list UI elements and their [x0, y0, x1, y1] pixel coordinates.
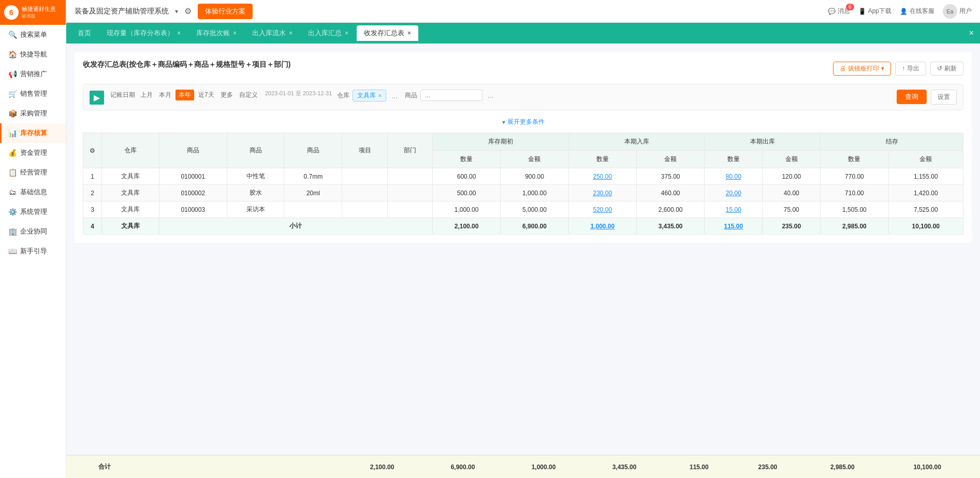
print-button[interactable]: 🖨 拔镜板打印 [833, 62, 891, 76]
sidebar-item-sales[interactable]: 🛒 销售管理 [0, 84, 66, 104]
cell-project [342, 168, 387, 185]
cell-warehouse: 文具库 [102, 201, 159, 218]
sidebar-item-purchase[interactable]: 📦 采购管理 [0, 104, 66, 123]
date-opt-last-month[interactable]: 上月 [138, 90, 155, 100]
export-icon: ↑ [902, 65, 905, 72]
footer-bar: 合计 2,100.00 6,900.00 1,000.00 3,435.00 1… [66, 455, 980, 478]
th-product-code: 商品 [159, 133, 227, 168]
cell-out-qty[interactable]: 20.00 [705, 185, 763, 201]
tab-inventory-dist[interactable]: 现存量（库存分布表） × [99, 25, 188, 41]
warehouse-filter-group: 仓库 文具库 × ... [337, 90, 400, 102]
tab-inout-flow[interactable]: 出入库流水 × [245, 25, 300, 41]
th-closing-amount: 金额 [888, 151, 963, 168]
newbie-icon: 📖 [8, 247, 17, 255]
footer-in-amount: 3,435.00 [584, 460, 665, 474]
filter-settings-button[interactable]: 设置 [931, 90, 957, 105]
product-more[interactable]: ... [486, 91, 496, 99]
warehouse-tag-close[interactable]: × [378, 92, 382, 99]
date-opt-7days[interactable]: 近7天 [196, 90, 216, 100]
sidebar-item-quick-nav[interactable]: 🏠 快捷导航 [0, 45, 66, 64]
cell-in-amount: 375.00 [637, 168, 705, 185]
sidebar-item-operations[interactable]: 📋 经营管理 [0, 163, 66, 182]
tab-bar: 首页 现存量（库存分布表） × 库存批次账 × 出入库流水 × 出入库汇总 × … [66, 23, 980, 44]
export-button[interactable]: ↑ 导出 [895, 62, 926, 76]
cell-out-amount: 75.00 [763, 201, 821, 218]
th-in-amount: 金额 [637, 151, 705, 168]
cell-out-amount: 120.00 [763, 168, 821, 185]
cell-sub-in-qty[interactable]: 1,000.00 [568, 218, 636, 235]
system-title: 装备及固定资产辅助管理系统 [75, 7, 169, 16]
warehouse-more[interactable]: ... [389, 92, 400, 100]
cell-sub-closing-amount: 10,100.00 [888, 218, 963, 235]
user-action[interactable]: Ea 用户 [943, 4, 972, 19]
enterprise-icon: 🏢 [8, 227, 17, 236]
tab-batch[interactable]: 库存批次账 × [189, 25, 244, 41]
logo-icon: 6 [4, 5, 19, 20]
tab-inout-summary[interactable]: 出入库汇总 × [301, 25, 356, 41]
app-download-action[interactable]: 📱 App下载 [858, 7, 891, 16]
tab-close-inout-flow[interactable]: × [289, 30, 292, 37]
sidebar-item-finance[interactable]: 💰 资金管理 [0, 143, 66, 163]
date-opt-this-month[interactable]: 本月 [157, 90, 173, 100]
main-area: 装备及固定资产辅助管理系统 ▾ ⚙ 体验行业方案 💬 消息 6 📱 App下载 … [66, 0, 980, 478]
cell-department [387, 168, 432, 185]
date-opt-more[interactable]: 更多 [218, 90, 235, 100]
tab-close-batch[interactable]: × [233, 30, 237, 37]
footer-opening-qty: 2,100.00 [342, 460, 422, 474]
expand-more-button[interactable]: ▾ 展开更多条件 [502, 118, 545, 126]
filter-toggle-button[interactable]: ▶ [90, 91, 104, 105]
tab-home[interactable]: 首页 [70, 25, 98, 41]
cell-out-qty[interactable]: 15.00 [705, 201, 763, 218]
footer-out-amount: 235.00 [734, 460, 802, 474]
chevron-down-icon [881, 65, 884, 72]
tab-bar-close-btn[interactable]: × [967, 26, 976, 40]
operations-icon: 📋 [8, 168, 17, 177]
tab-close-inout-summary[interactable]: × [345, 30, 348, 37]
online-support-action[interactable]: 👤 在线客服 [900, 7, 934, 16]
cell-in-qty[interactable]: 250.00 [568, 168, 636, 185]
date-opt-custom[interactable]: 自定义 [237, 90, 260, 100]
cell-product-spec [284, 201, 342, 218]
try-button[interactable]: 体验行业方案 [198, 4, 253, 19]
sidebar-item-basic-info[interactable]: 🗂 基础信息 [0, 182, 66, 202]
settings-icon[interactable]: ⚙ [184, 6, 192, 16]
sidebar-item-enterprise[interactable]: 🏢 企业协同 [0, 222, 66, 241]
print-icon: 🖨 [840, 65, 846, 72]
tab-close-inventory-dist[interactable]: × [177, 30, 181, 37]
footer-opening-amount: 6,900.00 [422, 460, 503, 474]
cell-out-qty[interactable]: 80.00 [705, 168, 763, 185]
sidebar-item-inventory[interactable]: 📊 库存核算 [0, 123, 66, 143]
logo-text: 畅捷通好生意 [22, 5, 56, 12]
sidebar-logo[interactable]: 6 畅捷通好生意 标准版 [0, 0, 66, 25]
sidebar-item-search[interactable]: 🔍 搜索菜单 [0, 25, 66, 45]
inventory-icon: 📊 [8, 129, 17, 137]
tab-recv-send[interactable]: 收发存汇总表 × [357, 25, 418, 41]
date-range-display: 2023-01-01 至 2023-12-31 [265, 90, 332, 97]
sidebar-item-marketing[interactable]: 📢 营销推广 [0, 64, 66, 84]
th-closing-qty: 数量 [821, 151, 888, 168]
date-opt-this-year[interactable]: 本年 [175, 90, 194, 100]
sidebar-item-system[interactable]: ⚙️ 系统管理 [0, 202, 66, 222]
footer-table: 合计 2,100.00 6,900.00 1,000.00 3,435.00 1… [75, 460, 972, 474]
cell-product-code: 0100001 [159, 168, 227, 185]
message-action[interactable]: 💬 消息 6 [828, 7, 850, 16]
cell-sub-warehouse: 文具库 [102, 218, 159, 235]
th-product-name: 商品 [227, 133, 284, 168]
cell-seq: 1 [83, 168, 102, 185]
refresh-button[interactable]: ↺ 刷新 [930, 62, 963, 76]
th-settings: ⚙ [83, 133, 102, 168]
system-dropdown[interactable]: ▾ [175, 8, 178, 15]
sidebar-item-newbie[interactable]: 📖 新手引导 [0, 241, 66, 261]
tab-close-recv-send[interactable]: × [407, 30, 411, 37]
product-input[interactable] [420, 90, 482, 101]
cell-in-qty[interactable]: 230.00 [568, 185, 636, 201]
home-icon: 🏠 [8, 50, 17, 59]
basic-info-icon: 🗂 [8, 188, 17, 196]
content-area: 收发存汇总表(按仓库＋商品编码＋商品＋规格型号＋项目＋部门) 🖨 拔镜板打印 ↑… [66, 44, 980, 455]
query-button[interactable]: 查询 [897, 90, 927, 104]
cell-sub-out-amount: 235.00 [763, 218, 821, 235]
cell-closing-qty: 1,505.00 [821, 201, 888, 218]
warehouse-tag: 文具库 × [353, 90, 386, 102]
cell-in-qty[interactable]: 520.00 [568, 201, 636, 218]
cell-sub-out-qty[interactable]: 115.00 [705, 218, 763, 235]
